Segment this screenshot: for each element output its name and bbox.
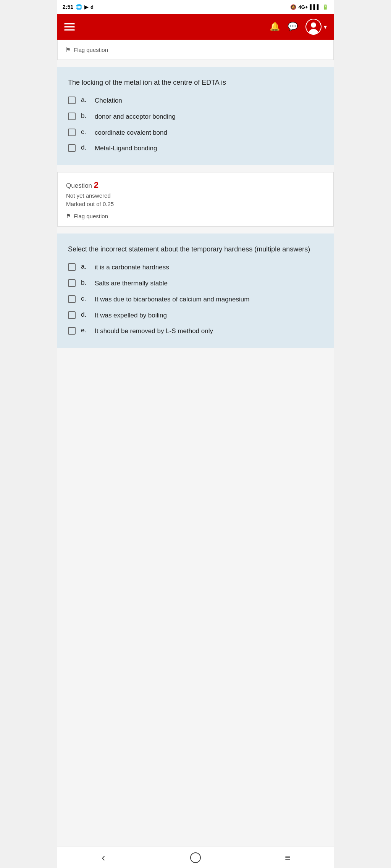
not-answered-2: Not yet answered	[66, 192, 325, 199]
page-content: ⚑ Flag question The locking of the metal…	[57, 40, 334, 847]
question-2-info-card: Question 2 Not yet answered Marked out o…	[57, 172, 334, 227]
signal-bars-icon: ▌▌▌	[310, 4, 320, 10]
question-1-options: a. Chelation b. donor and acceptor bondi…	[68, 96, 323, 153]
nav-icons: 🔔 💬 ▾	[270, 19, 327, 35]
hamburger-line-2	[64, 26, 75, 27]
checkbox-2e[interactable]	[68, 327, 76, 335]
checkbox-2a[interactable]	[68, 263, 76, 271]
signal-text: 4G+	[298, 4, 308, 10]
nav-bar: 🔔 💬 ▾	[57, 14, 334, 40]
menu-icon: ≡	[285, 852, 290, 863]
music-icon: ▶	[84, 4, 88, 10]
checkbox-2d[interactable]	[68, 311, 76, 319]
globe-icon: 🌐	[76, 4, 82, 10]
dropdown-arrow-icon: ▾	[324, 23, 327, 31]
option-label-2b: b.	[81, 279, 89, 287]
hamburger-menu[interactable]	[64, 23, 75, 31]
option-label-1a: a.	[81, 96, 89, 104]
option-label-2e: e.	[81, 327, 89, 334]
option-text-2d: It was expelled by boiling	[95, 311, 167, 320]
option-text-2c: It was due to bicarbonates of calcium an…	[95, 295, 249, 304]
flag-label-2: Flag question	[74, 213, 108, 219]
menu-button[interactable]: ≡	[276, 850, 299, 865]
question-1-text: The locking of the metal ion at the cent…	[68, 77, 323, 88]
avatar	[305, 19, 322, 35]
option-1a[interactable]: a. Chelation	[68, 96, 323, 105]
option-text-2e: It should be removed by L-S method only	[95, 327, 213, 336]
question-1-block: The locking of the metal ion at the cent…	[57, 67, 334, 165]
checkbox-1b[interactable]	[68, 113, 76, 120]
flag-bar-1[interactable]: ⚑ Flag question	[57, 40, 334, 60]
hamburger-line-1	[64, 23, 75, 24]
option-text-1a: Chelation	[95, 96, 122, 105]
option-label-1d: d.	[81, 144, 89, 151]
question-2-number-line: Question 2	[66, 180, 325, 190]
question-number-2: 2	[94, 180, 99, 190]
battery-icon: 🔋	[322, 4, 328, 10]
option-label-2a: a.	[81, 263, 89, 271]
status-right: 🔕 4G+ ▌▌▌ 🔋	[290, 4, 328, 10]
bottom-nav: ‹ ≡	[57, 847, 334, 868]
option-2c[interactable]: c. It was due to bicarbonates of calcium…	[68, 295, 323, 304]
chat-icon[interactable]: 💬	[288, 22, 298, 32]
option-label-2d: d.	[81, 311, 89, 319]
avatar-svg	[306, 19, 321, 34]
svg-point-1	[311, 23, 316, 28]
checkbox-1c[interactable]	[68, 129, 76, 136]
bell-icon[interactable]: 🔔	[270, 22, 280, 32]
status-left: 2:51 🌐 ▶ d	[63, 4, 94, 10]
question-2-block: Select the incorrect statement about the…	[57, 234, 334, 348]
flag-icon-2: ⚑	[66, 213, 71, 219]
option-2b[interactable]: b. Salts are thermally stable	[68, 279, 323, 288]
option-1c[interactable]: c. coordinate covalent bond	[68, 128, 323, 137]
option-text-1c: coordinate covalent bond	[95, 128, 167, 137]
mute-icon: 🔕	[290, 4, 296, 10]
home-icon	[190, 852, 201, 863]
option-1d[interactable]: d. Metal-Ligand bonding	[68, 144, 323, 153]
marked-out-2: Marked out of 0.25	[66, 201, 325, 207]
checkbox-2c[interactable]	[68, 295, 76, 303]
checkbox-2b[interactable]	[68, 279, 76, 287]
option-label-1b: b.	[81, 112, 89, 120]
user-avatar-wrapper[interactable]: ▾	[305, 19, 327, 35]
option-2e[interactable]: e. It should be removed by L-S method on…	[68, 327, 323, 336]
question-2-options: a. it is a carbonate hardness b. Salts a…	[68, 263, 323, 336]
back-button[interactable]: ‹	[92, 850, 115, 865]
option-label-2c: c.	[81, 295, 89, 303]
option-2a[interactable]: a. it is a carbonate hardness	[68, 263, 323, 272]
time-display: 2:51	[63, 4, 73, 10]
flag-icon-1: ⚑	[65, 46, 71, 53]
option-text-2b: Salts are thermally stable	[95, 279, 168, 288]
question-label-2: Question	[66, 182, 92, 189]
status-bar: 2:51 🌐 ▶ d 🔕 4G+ ▌▌▌ 🔋	[57, 0, 334, 14]
checkbox-1d[interactable]	[68, 144, 76, 152]
option-text-1d: Metal-Ligand bonding	[95, 144, 157, 153]
flag-question-2[interactable]: ⚑ Flag question	[66, 213, 325, 219]
back-icon: ‹	[102, 852, 105, 864]
option-text-1b: donor and acceptor bonding	[95, 112, 176, 121]
option-text-2a: it is a carbonate hardness	[95, 263, 169, 272]
hamburger-line-3	[64, 29, 75, 31]
flag-label-1: Flag question	[74, 47, 108, 53]
checkbox-1a[interactable]	[68, 97, 76, 104]
option-1b[interactable]: b. donor and acceptor bonding	[68, 112, 323, 121]
tiktok-icon: d	[90, 4, 94, 10]
question-2-text: Select the incorrect statement about the…	[68, 244, 323, 254]
option-label-1c: c.	[81, 128, 89, 136]
option-2d[interactable]: d. It was expelled by boiling	[68, 311, 323, 320]
home-button[interactable]	[184, 850, 207, 865]
